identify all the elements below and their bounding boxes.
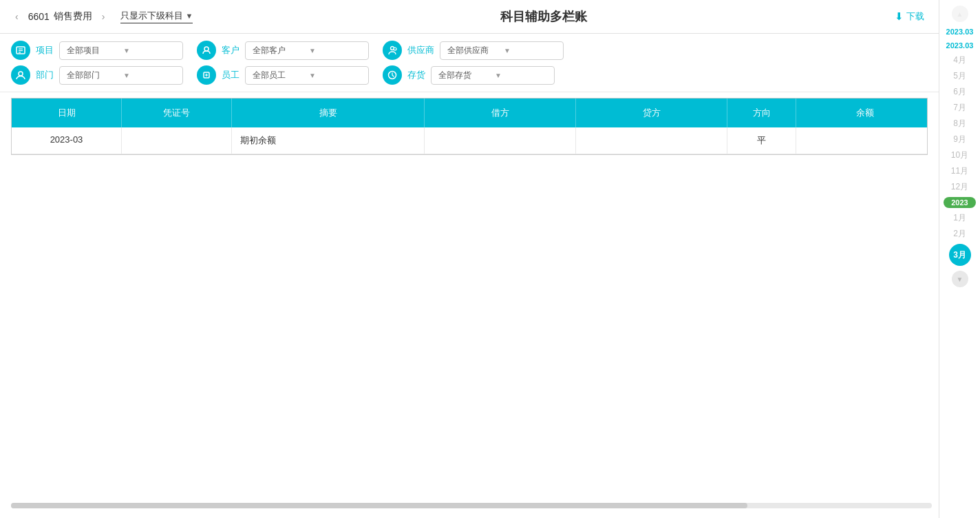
timeline-item-5[interactable]: 5月 (939, 68, 980, 84)
supplier-arrow-icon: ▼ (504, 47, 556, 54)
timeline-item-12[interactable]: 12月 (939, 179, 980, 195)
timeline-item-4[interactable]: 4月 (939, 52, 980, 68)
show-sub-toggle[interactable]: 只显示下级科目 ▼ (120, 10, 193, 23)
filter-project: 项目 全部项目 ▼ (11, 41, 183, 60)
employee-label: 员工 (222, 69, 239, 81)
project-arrow-icon: ▼ (123, 47, 175, 54)
timeline-item-6[interactable]: 6月 (939, 84, 980, 100)
col-voucher: 凭证号 (122, 99, 232, 127)
header: ‹ 6601 销售费用 › 只显示下级科目 ▼ 科目辅助多栏账 ⬇ 下载 🖨 打… (0, 0, 980, 34)
horizontal-scrollbar[interactable] (11, 503, 932, 508)
inventory-label: 存货 (407, 69, 425, 81)
employee-icon (197, 65, 216, 85)
download-icon: ⬇ (895, 10, 904, 23)
year-badge-2023[interactable]: 2023 (944, 197, 976, 208)
cell-debit (425, 127, 576, 154)
filters-panel: 项目 全部项目 ▼ 客户 全部客户 ▼ (0, 34, 980, 92)
account-code-name: 销售费用 (54, 10, 92, 23)
cell-date: 2023-03 (12, 127, 122, 154)
filter-row-1: 项目 全部项目 ▼ 客户 全部客户 ▼ (11, 41, 969, 60)
timeline-item-9[interactable]: 9月 (939, 132, 980, 147)
filter-customer: 客户 全部客户 ▼ (197, 41, 369, 60)
table-header: 日期 凭证号 摘要 借方 贷方 方向 余额 (12, 99, 927, 127)
filter-row-2: 部门 全部部门 ▼ 员工 全部员工 ▼ (11, 65, 969, 85)
customer-icon (197, 41, 216, 60)
inventory-icon (383, 65, 402, 85)
page-title: 科目辅助多栏账 (193, 8, 895, 25)
department-arrow-icon: ▼ (123, 72, 175, 79)
col-summary: 摘要 (232, 99, 425, 127)
supplier-value: 全部供应商 (447, 45, 500, 56)
customer-arrow-icon: ▼ (309, 47, 361, 54)
customer-select[interactable]: 全部客户 ▼ (245, 41, 369, 60)
nav-next-button[interactable]: › (98, 10, 109, 23)
timeline-item-8[interactable]: 8月 (939, 116, 980, 132)
download-button[interactable]: ⬇ 下载 (895, 10, 924, 23)
cell-direction: 平 (727, 127, 796, 154)
timeline-panel: ▲ 2023.03 2023.03 4月 5月 6月 7月 8月 9月 10月 … (939, 0, 980, 518)
download-label: 下载 (906, 10, 924, 23)
supplier-select[interactable]: 全部供应商 ▼ (440, 41, 564, 60)
cell-credit (576, 127, 727, 154)
employee-select[interactable]: 全部员工 ▼ (245, 66, 369, 85)
project-value: 全部项目 (67, 45, 119, 56)
scrollbar-thumb[interactable] (11, 503, 747, 508)
svg-point-7 (19, 72, 23, 76)
content-area: 日期 凭证号 摘要 借方 贷方 方向 余额 2023-03 期初余额 平 (0, 98, 980, 155)
timeline-item-11[interactable]: 11月 (939, 163, 980, 179)
svg-point-6 (394, 48, 396, 50)
project-select[interactable]: 全部项目 ▼ (59, 41, 183, 60)
col-direction: 方向 (727, 99, 796, 127)
timeline-item-3-active[interactable]: 3月 (949, 244, 971, 266)
svg-point-4 (204, 47, 209, 51)
timeline-item-2023-03-2[interactable]: 2023.03 (939, 39, 980, 52)
employee-value: 全部员工 (253, 70, 305, 81)
main-window: ‹ 6601 销售费用 › 只显示下级科目 ▼ 科目辅助多栏账 ⬇ 下载 🖨 打… (0, 0, 980, 518)
filter-employee: 员工 全部员工 ▼ (197, 65, 369, 85)
ledger-table: 日期 凭证号 摘要 借方 贷方 方向 余额 2023-03 期初余额 平 (11, 98, 928, 155)
account-code-number: 6601 (28, 11, 50, 22)
table-body: 2023-03 期初余额 平 (12, 127, 927, 154)
table-row: 2023-03 期初余额 平 (12, 127, 927, 154)
department-select[interactable]: 全部部门 ▼ (59, 66, 183, 85)
employee-arrow-icon: ▼ (309, 72, 361, 79)
supplier-label: 供应商 (407, 44, 434, 56)
col-date: 日期 (12, 99, 122, 127)
customer-value: 全部客户 (253, 45, 305, 56)
inventory-select[interactable]: 全部存货 ▼ (431, 66, 555, 85)
timeline-item-1[interactable]: 1月 (939, 210, 980, 226)
account-code: 6601 销售费用 (28, 10, 92, 23)
timeline-item-2023-03-1[interactable]: 2023.03 (939, 25, 980, 39)
col-debit: 借方 (425, 99, 576, 127)
customer-label: 客户 (222, 44, 239, 56)
project-label: 项目 (36, 44, 54, 56)
filter-inventory: 存货 全部存货 ▼ (383, 65, 555, 85)
supplier-icon (383, 41, 402, 60)
timeline-item-2[interactable]: 2月 (939, 226, 980, 242)
show-sub-arrow-icon: ▼ (186, 12, 193, 20)
department-value: 全部部门 (67, 70, 119, 81)
inventory-arrow-icon: ▼ (495, 72, 547, 79)
department-label: 部门 (36, 69, 54, 81)
timeline-item-10[interactable]: 10月 (939, 147, 980, 163)
department-icon (11, 65, 30, 85)
timeline-scroll-up-button[interactable]: ▲ (952, 6, 968, 22)
col-credit: 贷方 (576, 99, 727, 127)
filter-supplier: 供应商 全部供应商 ▼ (383, 41, 564, 60)
filter-department: 部门 全部部门 ▼ (11, 65, 183, 85)
timeline-item-7[interactable]: 7月 (939, 100, 980, 116)
cell-balance (796, 127, 928, 154)
timeline-scroll-down-button[interactable]: ▼ (952, 271, 968, 287)
cell-voucher (122, 127, 232, 154)
show-sub-label: 只显示下级科目 (120, 10, 183, 22)
nav-prev-button[interactable]: ‹ (11, 10, 23, 23)
inventory-value: 全部存货 (438, 70, 491, 81)
col-balance: 余额 (796, 99, 928, 127)
cell-summary: 期初余额 (232, 127, 425, 154)
project-icon (11, 41, 30, 60)
